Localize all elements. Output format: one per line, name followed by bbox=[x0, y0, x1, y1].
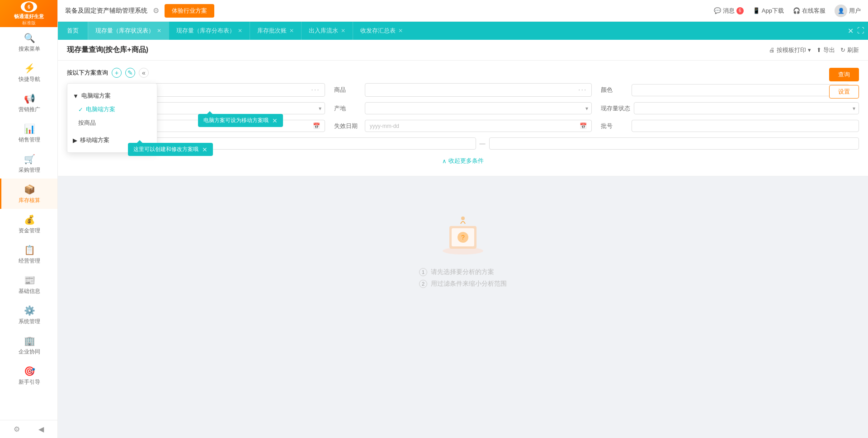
sidebar-item-operation[interactable]: 📋 经营管理 bbox=[0, 239, 57, 269]
tab-close-all-icon[interactable]: ✕ bbox=[848, 27, 854, 35]
filter-label: 按以下方案查询 bbox=[67, 69, 108, 77]
purchase-icon: 🛒 bbox=[24, 154, 35, 165]
inventory-icon: 📦 bbox=[24, 184, 35, 195]
tab-inventory-dist-label: 现存量（库存分布表） bbox=[176, 27, 235, 35]
product-input[interactable]: ··· bbox=[365, 83, 592, 97]
sidebar-nav: 🔍 搜索菜单 ⚡ 快捷导航 📢 营销推广 📊 销售管理 🛒 采购管理 📦 库存核… bbox=[0, 27, 57, 420]
tooltip-pc-scheme: 电脑方案可设为移动方案哦 ✕ bbox=[198, 114, 283, 127]
warehouse-dots-icon[interactable]: ··· bbox=[311, 86, 320, 94]
produce-date-calendar-icon[interactable]: 📅 bbox=[313, 122, 320, 129]
tooltip2-text: 这里可以创建和修改方案哦 bbox=[133, 146, 198, 153]
user-btn[interactable]: 👤 用户 bbox=[835, 5, 861, 17]
sidebar-item-sales[interactable]: 📊 销售管理 bbox=[0, 118, 57, 148]
empty-step2: 2 用过滤条件来缩小分析范围 bbox=[419, 280, 507, 288]
avatar-icon: 👤 bbox=[838, 8, 844, 14]
refresh-icon: ↻ bbox=[840, 47, 845, 53]
sidebar-item-search[interactable]: 🔍 搜索菜单 bbox=[0, 27, 57, 57]
tab-home[interactable]: 首页 bbox=[58, 22, 88, 40]
svg-point-7 bbox=[461, 217, 465, 220]
export-btn[interactable]: ⬆ 导出 bbox=[816, 46, 835, 54]
tab-close-inventory-dist[interactable]: ✕ bbox=[238, 28, 242, 34]
base-icon: 📰 bbox=[24, 275, 35, 286]
tab-inventory-dist[interactable]: 现存量（库存分布表） ✕ bbox=[169, 22, 250, 40]
add-scheme-btn[interactable]: + bbox=[112, 68, 122, 78]
back-scheme-btn[interactable]: « bbox=[139, 68, 149, 78]
print-icon: 🖨 bbox=[769, 47, 775, 53]
origin-select[interactable] bbox=[365, 102, 592, 114]
sidebar-item-finance[interactable]: 💰 资金管理 bbox=[0, 209, 57, 239]
sidebar-item-purchase-label: 采购管理 bbox=[19, 166, 40, 174]
sidebar-item-purchase[interactable]: 🛒 采购管理 bbox=[0, 148, 57, 179]
tab-inout[interactable]: 出入库流水 ✕ bbox=[301, 22, 353, 40]
topbar-gear-icon[interactable]: ⚙ bbox=[153, 6, 159, 15]
tab-inventory-status[interactable]: 现存量（库存状况表） ✕ bbox=[88, 22, 169, 40]
tab-close-batch[interactable]: ✕ bbox=[289, 28, 294, 34]
expire-date-input[interactable]: yyyy-mm-dd 📅 bbox=[365, 120, 592, 132]
color-label: 颜色 bbox=[601, 86, 628, 94]
search-btn[interactable]: 查询 bbox=[829, 68, 859, 81]
refresh-label: 刷新 bbox=[847, 46, 859, 54]
sidebar-item-finance-label: 资金管理 bbox=[19, 227, 40, 235]
scheme-item-pc[interactable]: ✓ 电脑端方案 bbox=[67, 103, 157, 116]
tab-close-summary[interactable]: ✕ bbox=[398, 28, 403, 34]
nav-icon: ⚡ bbox=[24, 63, 35, 74]
product-dots-icon[interactable]: ··· bbox=[578, 86, 587, 94]
tab-batch[interactable]: 库存批次账 ✕ bbox=[250, 22, 301, 40]
filter-batch-no: 批号 bbox=[601, 120, 859, 132]
empty-step1: 1 请先选择要分析的方案 bbox=[419, 268, 507, 276]
tab-close-inventory-status[interactable]: ✕ bbox=[157, 28, 161, 34]
filter-expire-date: 失效日期 yyyy-mm-dd 📅 bbox=[334, 120, 592, 132]
empty-text: 1 请先选择要分析的方案 2 用过滤条件来缩小分析范围 bbox=[419, 268, 507, 288]
page-actions: 🖨 按模板打印 ▾ ⬆ 导出 ↻ 刷新 bbox=[769, 46, 859, 54]
main-area: 装备及固定资产辅助管理系统 ⚙ 体验行业方案 💬 消息 6 📱 App下载 🎧 … bbox=[58, 0, 868, 438]
phone-icon: 📱 bbox=[753, 7, 760, 14]
sidebar-item-inventory[interactable]: 📦 库存核算 bbox=[0, 179, 57, 209]
collapse-sidebar-icon[interactable]: ◀ bbox=[38, 425, 44, 433]
tab-home-label: 首页 bbox=[67, 27, 79, 35]
sidebar-footer: ⚙ ◀ bbox=[0, 420, 57, 438]
sidebar-item-base-label: 基础信息 bbox=[19, 287, 40, 295]
edit-scheme-btn[interactable]: ✎ bbox=[125, 68, 135, 78]
sales-icon: 📊 bbox=[24, 123, 35, 134]
sidebar-item-marketing[interactable]: 📢 营销推广 bbox=[0, 88, 57, 118]
empty-step1-text: 请先选择要分析的方案 bbox=[431, 268, 494, 276]
stock-status-select[interactable] bbox=[634, 102, 859, 114]
online-service-btn[interactable]: 🎧 在线客服 bbox=[793, 7, 826, 15]
tooltip-create-scheme: 这里可以创建和修改方案哦 ✕ bbox=[128, 143, 213, 156]
scheme-item-pc-product[interactable]: 按商品 bbox=[67, 116, 157, 130]
sidebar-item-enterprise[interactable]: 🏢 企业协同 bbox=[0, 330, 57, 360]
color-select[interactable] bbox=[632, 84, 849, 96]
scheme-section-pc-header[interactable]: ▼ 电脑端方案 bbox=[67, 89, 157, 103]
batch-no-input[interactable] bbox=[632, 120, 859, 132]
app-edition: 标准版 bbox=[22, 20, 36, 26]
message-btn[interactable]: 💬 消息 6 bbox=[714, 7, 744, 15]
print-template-btn[interactable]: 🖨 按模板打印 ▾ bbox=[769, 46, 811, 54]
trial-btn[interactable]: 体验行业方案 bbox=[165, 4, 214, 18]
user-label: 用户 bbox=[849, 7, 861, 15]
app-download-btn[interactable]: 📱 App下载 bbox=[753, 7, 784, 15]
empty-state: ? 1 请先选择要分析的方案 2 用过滤条件来缩小分析范围 bbox=[58, 176, 868, 324]
setting-btn[interactable]: 设置 bbox=[829, 85, 859, 99]
tab-close-inout[interactable]: ✕ bbox=[341, 28, 345, 34]
sidebar-item-guide[interactable]: 🎯 新手引导 bbox=[0, 360, 57, 391]
filter-row-1: 仓库 ··· 商品 ··· 颜色 bbox=[67, 83, 859, 97]
sidebar-item-inventory-label: 库存核算 bbox=[19, 197, 40, 204]
sidebar-item-nav[interactable]: ⚡ 快捷导航 bbox=[0, 57, 57, 88]
sidebar-item-system[interactable]: ⚙️ 系统管理 bbox=[0, 300, 57, 330]
search-icon: 🔍 bbox=[24, 33, 35, 43]
settings-footer-icon[interactable]: ⚙ bbox=[14, 425, 20, 433]
tooltip1-close-btn[interactable]: ✕ bbox=[272, 117, 278, 124]
message-badge: 6 bbox=[736, 7, 744, 14]
expire-date-calendar-icon[interactable]: 📅 bbox=[580, 122, 587, 129]
finance-icon: 💰 bbox=[24, 214, 35, 225]
sidebar-item-operation-label: 经营管理 bbox=[19, 257, 40, 265]
tab-summary[interactable]: 收发存汇总表 ✕ bbox=[353, 22, 410, 40]
tab-fullscreen-icon[interactable]: ⛶ bbox=[857, 27, 864, 35]
stock-qty-max-input[interactable] bbox=[489, 137, 859, 150]
refresh-btn[interactable]: ↻ 刷新 bbox=[840, 46, 859, 54]
stock-status-label: 现存量状态 bbox=[601, 104, 630, 113]
sidebar-item-base[interactable]: 📰 基础信息 bbox=[0, 269, 57, 300]
service-icon: 🎧 bbox=[793, 7, 800, 14]
empty-svg: ? bbox=[436, 212, 490, 258]
tooltip2-close-btn[interactable]: ✕ bbox=[202, 146, 208, 153]
